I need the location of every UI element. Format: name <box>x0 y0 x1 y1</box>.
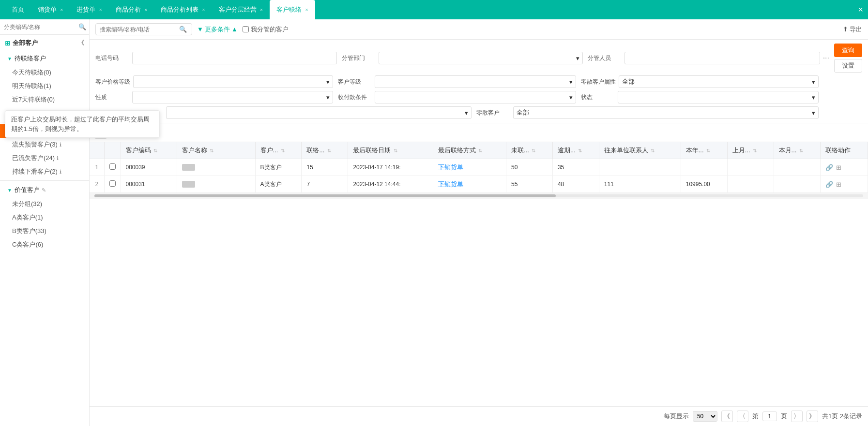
nav-customer-contact-close[interactable]: × <box>305 0 308 19</box>
nav-product-analysis[interactable]: 商品分析 × <box>109 0 154 19</box>
sidebar-item-declining[interactable]: 持续下滑客户(2) ℹ <box>0 165 89 178</box>
last-method-link-1[interactable]: 下销货单 <box>438 163 463 171</box>
manager-input[interactable] <box>624 52 820 64</box>
sidebar-item-c-class[interactable]: C类客户(6) <box>0 238 89 251</box>
retail-attr-select[interactable]: 全部 ▾ <box>619 75 819 88</box>
chevron-up-icon: ▲ <box>231 26 238 33</box>
sort-icon-last-month[interactable]: ⇅ <box>753 148 757 153</box>
sidebar-item-a-class[interactable]: A类客户(1) <box>0 211 89 224</box>
sort-icon-contact[interactable]: ⇅ <box>327 148 331 153</box>
query-button[interactable]: 查询 <box>834 44 862 57</box>
sort-icon-name[interactable]: ⇅ <box>210 148 213 153</box>
price-level-select[interactable]: ▾ <box>133 75 333 88</box>
nav-product-analysis-close[interactable]: × <box>144 0 147 19</box>
table-toolbar: ⚙ <box>90 123 868 142</box>
grid-icon-2[interactable]: ⊞ <box>836 181 841 188</box>
sort-icon-overdue[interactable]: ⇅ <box>578 148 582 153</box>
search-icon[interactable]: 🔍 <box>179 26 187 33</box>
nature-select[interactable]: ▾ <box>132 91 333 103</box>
nav-home[interactable]: 首页 <box>5 0 31 19</box>
first-page-btn[interactable]: 《 <box>721 411 733 422</box>
td-unreached-2: 55 <box>506 176 552 193</box>
main-search-input[interactable] <box>100 26 177 33</box>
sort-icon-unreached[interactable]: ⇅ <box>532 148 535 153</box>
link-icon-1[interactable]: 🔗 <box>825 164 833 171</box>
sidebar-item-ungrouped[interactable]: 未分组(32) <box>0 197 89 211</box>
grid-icon-1[interactable]: ⊞ <box>836 164 841 171</box>
sidebar-search-icon[interactable]: 🔍 <box>78 23 86 30</box>
main-layout: 🔍 ⊞ 全部客户 《 ▼ 待联络客户 今天待联络(0) 明天待联络(1) 近7天… <box>0 19 868 426</box>
retail-customer-select[interactable]: 全部 ▾ <box>513 106 819 119</box>
department-select[interactable]: ▾ <box>379 52 583 64</box>
prev-page-btn[interactable]: 〈 <box>737 411 748 422</box>
row-checkbox-1[interactable] <box>109 163 116 170</box>
td-last-month-1 <box>727 159 774 176</box>
payment-select[interactable]: ▾ <box>375 91 576 103</box>
sort-icon-unit[interactable]: ⇅ <box>651 148 655 153</box>
more-conditions-btn[interactable]: ▼ 更多条件 ▲ <box>197 25 238 34</box>
sidebar-item-7days[interactable]: 近7天待联络(0) <box>0 93 89 106</box>
payment-label: 收付款条件 <box>338 93 372 102</box>
filter-status: 状态 ▾ <box>581 91 819 103</box>
retail-attr-value: 全部 <box>622 77 635 86</box>
customer-type-select[interactable]: ▾ <box>166 106 472 119</box>
th-this-year: 本年... ⇅ <box>681 142 727 159</box>
export-button[interactable]: ⬆ 导出 <box>843 25 862 34</box>
manager-dots[interactable]: ··· <box>823 54 829 62</box>
next-page-btn[interactable]: 〉 <box>791 411 803 422</box>
nav-sales-close[interactable]: × <box>60 0 63 19</box>
edit-icon[interactable]: ✎ <box>42 187 46 193</box>
td-index-2: 2 <box>90 176 104 193</box>
nav-customer-segmentation-close[interactable]: × <box>260 0 263 19</box>
chevron-down-icon-2: ▾ <box>326 78 330 86</box>
sort-icon-this-year[interactable]: ⇅ <box>706 148 710 153</box>
sidebar-item-today[interactable]: 今天待联络(0) <box>0 66 89 79</box>
sort-icon-code[interactable]: ⇅ <box>153 148 157 153</box>
sort-icon-last-method[interactable]: ⇅ <box>478 148 482 153</box>
sidebar-item-tomorrow[interactable]: 明天待联络(1) <box>0 79 89 93</box>
sort-icon-last-date[interactable]: ⇅ <box>394 148 397 153</box>
sort-icon-type[interactable]: ⇅ <box>281 148 285 153</box>
nav-customer-segmentation[interactable]: 客户分层经营 × <box>212 0 270 19</box>
filter-nature: 性质 ▾ <box>95 91 333 103</box>
pending-contact-group[interactable]: ▼ 待联络客户 <box>0 51 89 66</box>
td-last-method-2: 下销货单 <box>433 176 506 193</box>
department-label: 分管部门 <box>342 54 376 62</box>
nav-product-analysis-list[interactable]: 商品分析列表 × <box>154 0 212 19</box>
nav-purchase-close[interactable]: × <box>99 0 102 19</box>
filter-manager: 分管人员 ··· <box>588 52 829 64</box>
sort-icon-this-month[interactable]: ⇅ <box>799 148 803 153</box>
link-icon-2[interactable]: 🔗 <box>825 181 833 188</box>
phone-input[interactable] <box>132 52 337 64</box>
customer-level-select[interactable]: ▾ <box>375 75 576 88</box>
status-select[interactable]: ▾ <box>618 91 819 103</box>
nav-customer-contact[interactable]: 客户联络 × <box>270 0 315 19</box>
horizontal-scrollbar[interactable] <box>90 193 868 199</box>
sidebar-item-b-class[interactable]: B类客户(33) <box>0 224 89 238</box>
scrollbar-thumb[interactable] <box>94 194 556 197</box>
my-customers-checkbox[interactable] <box>243 26 249 32</box>
collapse-icon[interactable]: 《 <box>78 39 84 47</box>
nav-purchase[interactable]: 进货单 × <box>70 0 108 19</box>
nature-label: 性质 <box>95 93 129 102</box>
export-icon: ⬆ <box>843 26 848 33</box>
last-method-link-2[interactable]: 下销货单 <box>438 180 463 188</box>
all-customers-title[interactable]: ⊞ 全部客户 《 <box>0 35 89 51</box>
sidebar-search-input[interactable] <box>4 24 76 30</box>
sidebar-item-churned[interactable]: 已流失客户(24) ℹ <box>0 151 89 165</box>
td-this-year-1 <box>681 159 727 176</box>
filter-icon: ▼ <box>197 26 203 33</box>
value-customers-group[interactable]: ▼ 价值客户 ✎ <box>0 183 89 197</box>
last-page-btn[interactable]: 》 <box>807 411 818 422</box>
tooltip-box: 距客户上次交易时长，超过了此客户的平均交易周期的1.5倍，则视为异常。 <box>90 110 160 138</box>
window-close-button[interactable]: × <box>858 5 863 15</box>
row-checkbox-2[interactable] <box>109 180 116 187</box>
sidebar-item-churn-warning[interactable]: 流失预警客户(3) ℹ <box>0 138 89 151</box>
nav-sales[interactable]: 销货单 × <box>31 0 70 19</box>
page-input[interactable] <box>762 411 777 421</box>
settings-button[interactable]: 设置 <box>834 59 862 73</box>
per-page-select[interactable]: 50 20 100 <box>693 411 717 422</box>
scrollbar-track <box>94 194 863 197</box>
triangle-icon: ▼ <box>7 56 12 61</box>
nav-product-analysis-list-close[interactable]: × <box>202 0 205 19</box>
